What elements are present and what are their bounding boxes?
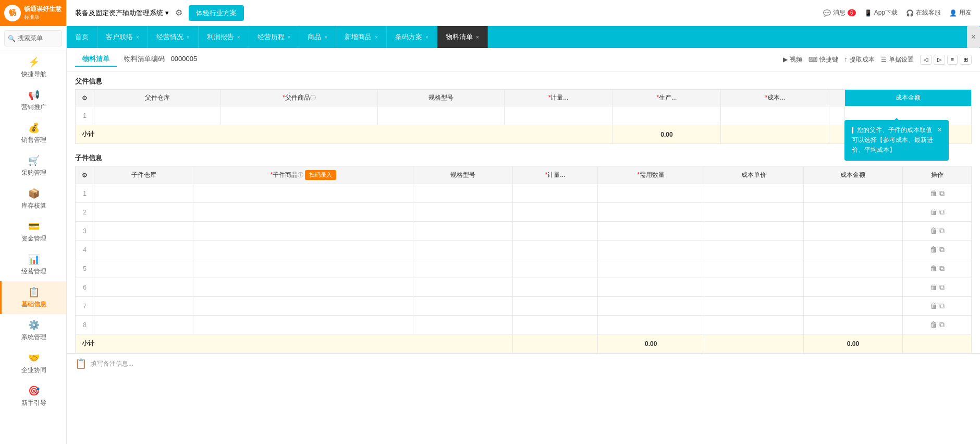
delete-icon-2[interactable]: 🗑 (930, 208, 937, 217)
trial-button[interactable]: 体验行业方案 (189, 5, 244, 21)
child-cell-qty-2[interactable] (598, 203, 704, 222)
navtab-customer[interactable]: 客户联络 × (97, 26, 148, 48)
topbar-settings-icon[interactable]: ⚙ (175, 8, 182, 18)
nav-expand-button[interactable]: ⊞ (960, 55, 972, 65)
child-cell-unit-cost-2[interactable] (704, 203, 803, 222)
copy-icon-8[interactable]: ⧉ (939, 320, 945, 329)
navtab-close-profit-report[interactable]: × (237, 34, 240, 40)
navtab-barcode[interactable]: 条码方案 × (387, 26, 437, 48)
navtab-profit-report[interactable]: 利润报告 × (199, 26, 249, 48)
view-action[interactable]: ▶ 视频 (783, 55, 802, 64)
sidebar-item-purchase[interactable]: 🛒采购管理 (0, 150, 66, 183)
child-cell-warehouse-1[interactable] (94, 184, 193, 203)
child-cell-product-2[interactable] (193, 203, 413, 222)
copy-icon-7[interactable]: ⧉ (939, 302, 945, 310)
parent-cell-warehouse[interactable] (94, 106, 221, 125)
app-download-action[interactable]: 📱 App下载 (864, 8, 898, 17)
sidebar-item-sales[interactable]: 💰销售管理 (0, 117, 66, 150)
nav-list-button[interactable]: ≡ (947, 55, 958, 65)
subtab-bom-code[interactable]: 物料清单编码 0000005 (117, 52, 204, 67)
delete-icon-6[interactable]: 🗑 (930, 283, 937, 292)
copy-icon-2[interactable]: ⧉ (939, 208, 945, 217)
child-cell-unit-cost-1[interactable] (704, 184, 803, 203)
child-cell-qty-6[interactable] (598, 278, 704, 297)
child-cell-unit-cost-8[interactable] (704, 316, 803, 334)
nav-next-button[interactable]: ▷ (934, 55, 945, 65)
online-service-action[interactable]: 🎧 在线客服 (906, 8, 941, 17)
navtab-home[interactable]: 首页 (67, 26, 97, 48)
navtab-close-operation-status[interactable]: × (187, 34, 190, 40)
child-cell-product-4[interactable] (193, 241, 413, 259)
child-cell-unit-4[interactable] (512, 241, 597, 259)
navtab-goods[interactable]: 商品 × (299, 26, 336, 48)
copy-icon-5[interactable]: ⧉ (939, 264, 945, 273)
child-cell-product-8[interactable] (193, 316, 413, 334)
subtab-bom-list[interactable]: 物料清单 (75, 52, 117, 67)
sidebar-item-basic[interactable]: 📋基础信息 (0, 281, 66, 314)
sidebar-item-guide[interactable]: 🎯新手引导 (0, 380, 66, 413)
sidebar-item-operation[interactable]: 📊经营管理 (0, 248, 66, 281)
child-cell-warehouse-3[interactable] (94, 222, 193, 241)
parent-cell-production[interactable] (612, 106, 721, 125)
navtab-close-barcode[interactable]: × (425, 34, 428, 40)
navtab-close-goods[interactable]: × (324, 34, 327, 40)
parent-col-settings[interactable]: ⚙ (76, 90, 94, 106)
child-cell-unit-1[interactable] (512, 184, 597, 203)
navtab-close-bom[interactable]: × (476, 34, 479, 40)
child-cell-product-6[interactable] (193, 278, 413, 297)
nav-prev-button[interactable]: ◁ (920, 55, 932, 65)
child-cell-warehouse-5[interactable] (94, 259, 193, 278)
child-cell-warehouse-6[interactable] (94, 278, 193, 297)
child-cell-spec-4[interactable] (413, 241, 512, 259)
child-col-settings[interactable]: ⚙ (76, 166, 94, 184)
child-cell-unit-cost-4[interactable] (704, 241, 803, 259)
child-cell-spec-7[interactable] (413, 297, 512, 316)
child-cell-warehouse-4[interactable] (94, 241, 193, 259)
parent-cell-unit[interactable] (504, 106, 612, 125)
navtab-operation-status[interactable]: 经营情况 × (148, 26, 199, 48)
delete-icon-4[interactable]: 🗑 (930, 245, 937, 254)
shortcut-action[interactable]: ⌨ 快捷键 (808, 55, 838, 64)
parent-cell-cost[interactable] (721, 106, 829, 125)
child-cell-unit-2[interactable] (512, 203, 597, 222)
navtab-biz-history[interactable]: 经营历程 × (249, 26, 300, 48)
child-cell-product-5[interactable] (193, 259, 413, 278)
delete-icon-3[interactable]: 🗑 (930, 226, 937, 235)
parent-cell-product[interactable] (220, 106, 377, 125)
navtab-bom[interactable]: 物料清单 × (437, 26, 488, 48)
delete-icon-1[interactable]: 🗑 (930, 189, 937, 198)
child-cell-spec-1[interactable] (413, 184, 512, 203)
copy-icon-3[interactable]: ⧉ (939, 226, 945, 235)
copy-icon-1[interactable]: ⧉ (939, 189, 945, 198)
child-cell-product-1[interactable] (193, 184, 413, 203)
system-name-dropdown[interactable]: 装备及固定资产辅助管理系统 ▾ (75, 8, 169, 18)
delete-icon-8[interactable]: 🗑 (930, 320, 937, 329)
copy-icon-4[interactable]: ⧉ (939, 245, 945, 254)
sidebar-item-quick-nav[interactable]: ⚡快捷导航 (0, 51, 66, 84)
single-settings-action[interactable]: ☰ 单据设置 (881, 55, 914, 64)
child-cell-unit-5[interactable] (512, 259, 597, 278)
sidebar-item-enterprise[interactable]: 🤝企业协同 (0, 347, 66, 380)
child-cell-unit-cost-6[interactable] (704, 278, 803, 297)
child-cell-qty-5[interactable] (598, 259, 704, 278)
global-close-button[interactable]: × (967, 26, 980, 48)
child-cell-warehouse-7[interactable] (94, 297, 193, 316)
sidebar-item-system[interactable]: ⚙️系统管理 (0, 314, 66, 347)
child-cell-warehouse-2[interactable] (94, 203, 193, 222)
sidebar-item-marketing[interactable]: 📢营销推广 (0, 84, 66, 117)
navtab-close-new-goods[interactable]: × (375, 34, 378, 40)
child-cell-qty-3[interactable] (598, 222, 704, 241)
extract-cost-action[interactable]: ↑ 提取成本 (844, 55, 875, 64)
delete-icon-5[interactable]: 🗑 (930, 264, 937, 273)
child-cell-product-3[interactable] (193, 222, 413, 241)
child-cell-unit-6[interactable] (512, 278, 597, 297)
child-cell-qty-8[interactable] (598, 316, 704, 334)
message-action[interactable]: 💬 消息 6 (823, 8, 856, 17)
parent-cell-spec[interactable] (377, 106, 504, 125)
scan-btn[interactable]: 扫码录入 (305, 170, 336, 180)
sidebar-item-inventory[interactable]: 📦库存核算 (0, 183, 66, 215)
child-cell-product-7[interactable] (193, 297, 413, 316)
tooltip-close-btn[interactable]: × (938, 125, 941, 135)
sidebar-item-finance[interactable]: 💳资金管理 (0, 215, 66, 248)
child-cell-warehouse-8[interactable] (94, 316, 193, 334)
